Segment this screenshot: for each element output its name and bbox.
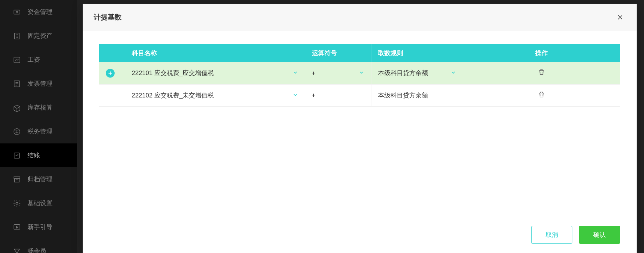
cancel-button[interactable]: 取消: [531, 226, 572, 244]
delete-row-button[interactable]: [538, 68, 545, 76]
col-header-operator: 运算符号: [305, 44, 371, 62]
table-row: 222102 应交税费_未交增值税 + 本级科目贷方余额: [99, 84, 620, 106]
chevron-down-icon: [292, 70, 298, 76]
action-cell: [463, 84, 620, 106]
vip-icon: [13, 247, 21, 253]
provision-table: 科目名称 运算符号 取数规则 操作 + 222101 应交税费_应交增值税: [99, 44, 620, 107]
rule-cell[interactable]: 本级科目贷方余额: [371, 84, 463, 106]
rule-value: 本级科目贷方余额: [378, 91, 428, 100]
sidebar-item-archive[interactable]: 归档管理: [0, 167, 77, 191]
col-header-rule: 取数规则: [371, 44, 463, 62]
operator-value: +: [312, 70, 316, 77]
gear-icon: [13, 199, 21, 207]
sidebar-item-label: 结账: [28, 151, 40, 160]
operator-cell[interactable]: +: [305, 62, 371, 84]
sidebar-item-label: 发票管理: [28, 79, 53, 88]
col-header-action: 操作: [463, 44, 620, 62]
sidebar-item-label: 固定资产: [28, 32, 53, 40]
operator-value: +: [312, 92, 316, 99]
close-icon: [617, 14, 623, 21]
invoice-icon: [13, 80, 21, 88]
sidebar-item-salary[interactable]: 工资: [0, 48, 77, 72]
table-row: + 222101 应交税费_应交增值税 +: [99, 62, 620, 84]
sidebar-item-label: 税务管理: [28, 127, 53, 136]
add-cell: [99, 84, 125, 106]
chevron-down-icon: [450, 70, 456, 76]
svg-point-8: [16, 202, 18, 204]
add-row-button[interactable]: +: [106, 69, 115, 78]
subject-value: 222102 应交税费_未交增值税: [132, 91, 214, 100]
sidebar-item-tax[interactable]: 税务管理: [0, 120, 77, 143]
sidebar-item-label: 库存核算: [28, 103, 53, 112]
svg-point-1: [16, 11, 18, 13]
sidebar-item-fixed-assets[interactable]: 固定资产: [0, 24, 77, 48]
sidebar-item-label: 归档管理: [28, 175, 53, 183]
archive-icon: [13, 175, 21, 183]
tax-icon: [13, 128, 21, 136]
sidebar-item-inventory[interactable]: 库存核算: [0, 96, 77, 120]
sidebar-item-label: 新手引导: [28, 223, 53, 231]
add-cell: +: [99, 62, 125, 84]
money-icon: [13, 8, 21, 16]
modal-footer: 取消 确认: [83, 218, 637, 253]
delete-row-button[interactable]: [538, 91, 545, 98]
sidebar-item-label: 资金管理: [28, 8, 53, 16]
building-icon: [13, 32, 21, 40]
sidebar-item-close-book[interactable]: 结账: [0, 143, 77, 167]
chevron-down-icon: [292, 92, 298, 99]
sidebar-item-money[interactable]: 资金管理: [0, 0, 77, 24]
close-book-icon: [13, 152, 21, 160]
inventory-icon: [13, 104, 21, 112]
svg-rect-0: [14, 10, 20, 14]
rule-value: 本级科目贷方余额: [378, 69, 428, 77]
confirm-button[interactable]: 确认: [579, 226, 620, 244]
sidebar: 资金管理 固定资产 工资 发票管理 库存核算 税务管理 结账: [0, 0, 77, 253]
close-button[interactable]: [615, 12, 626, 23]
sidebar-item-label: 畅会员: [28, 247, 46, 253]
chart-icon: [13, 56, 21, 64]
subject-value: 222101 应交税费_应交增值税: [132, 69, 214, 77]
col-header-add: [99, 44, 125, 62]
sidebar-item-guide[interactable]: 新手引导: [0, 215, 77, 239]
chevron-down-icon: [359, 70, 364, 76]
svg-rect-2: [15, 33, 19, 39]
sidebar-item-invoice[interactable]: 发票管理: [0, 72, 77, 96]
trash-icon: [538, 68, 545, 76]
subject-cell[interactable]: 222102 应交税费_未交增值税: [125, 84, 305, 106]
trash-icon: [538, 91, 545, 98]
action-cell: [463, 62, 620, 84]
rule-cell[interactable]: 本级科目贷方余额: [371, 62, 463, 84]
svg-rect-7: [14, 177, 20, 178]
sidebar-item-label: 工资: [28, 56, 40, 64]
modal-title: 计提基数: [94, 13, 122, 22]
operator-cell[interactable]: +: [305, 84, 371, 106]
guide-icon: [13, 223, 21, 231]
sidebar-item-label: 基础设置: [28, 199, 53, 207]
subject-cell[interactable]: 222101 应交税费_应交增值税: [125, 62, 305, 84]
sidebar-item-settings[interactable]: 基础设置: [0, 191, 77, 215]
sidebar-item-vip[interactable]: 畅会员: [0, 239, 77, 253]
modal-body: 科目名称 运算符号 取数规则 操作 + 222101 应交税费_应交增值税: [83, 31, 637, 218]
modal-dialog: 计提基数 科目名称 运算符号 取数规则 操作 +: [83, 4, 637, 253]
modal-header: 计提基数: [83, 4, 637, 31]
col-header-subject: 科目名称: [125, 44, 305, 62]
